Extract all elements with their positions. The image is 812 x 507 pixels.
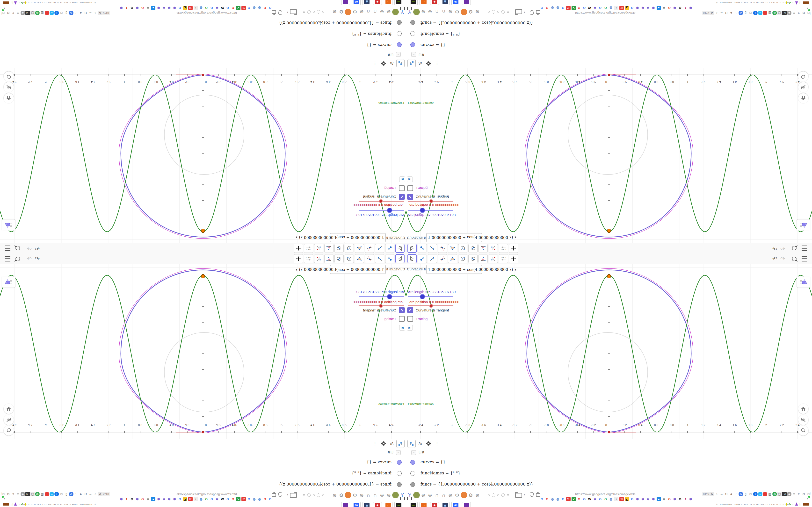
visibility-toggle[interactable] <box>397 31 402 36</box>
browser-action-icon[interactable]: ⌄ <box>50 492 54 496</box>
bookmark-favicon[interactable]: ✱ <box>593 6 597 10</box>
arc-length-slider-knob[interactable] <box>387 208 392 213</box>
algebra-row-curves[interactable]: curves = {} <box>406 457 812 468</box>
taskbar-app-button[interactable]: ▬ <box>409 502 418 507</box>
browser-extension-icon[interactable]: ⚙ <box>338 492 345 498</box>
browser-action-icon[interactable]: ↻ <box>83 492 88 496</box>
gear-icon[interactable] <box>379 60 387 67</box>
zoom-level-badge[interactable]: 81% <box>102 492 110 496</box>
bookmark-favicon[interactable]: ✱ <box>651 6 656 10</box>
bookmark-favicon[interactable]: ✱ <box>156 6 161 10</box>
undo-button[interactable]: ↶ <box>34 245 41 251</box>
gear-icon[interactable] <box>425 60 433 67</box>
tab-dot[interactable] <box>322 11 324 13</box>
bookmark-favicon[interactable]: G <box>231 497 235 501</box>
bookmark-favicon[interactable]: ◍ <box>550 497 555 501</box>
search-icon[interactable] <box>14 245 21 251</box>
undo-button[interactable]: ↶ <box>771 245 778 251</box>
browser-extension-icon[interactable]: ⊕ <box>331 492 338 498</box>
browser-action-icon[interactable]: A <box>69 492 73 496</box>
browser-action-icon[interactable]: → <box>719 11 724 15</box>
browser-extension-icon[interactable] <box>461 492 467 498</box>
taskbar-app-button[interactable]: ◔ <box>419 502 428 507</box>
browser-action-icon[interactable]: ⇩ <box>79 11 83 15</box>
back-arrow-icon[interactable]: ← <box>523 491 528 497</box>
bookmark-favicon[interactable]: ✱ <box>672 497 677 501</box>
algebra-row-funcNames[interactable]: funcNames = {" "} <box>0 468 406 479</box>
curvature-tangent-checkbox[interactable]: ✓ <box>399 194 405 200</box>
folder-icon[interactable] <box>290 493 297 498</box>
taskbar-app-button[interactable]: ✸ <box>430 0 439 5</box>
sort-by-type-icon[interactable] <box>407 59 416 67</box>
bookmark-favicon[interactable]: G <box>209 497 214 501</box>
zoom-in-icon[interactable] <box>4 415 14 425</box>
tracing-checkbox[interactable] <box>399 316 405 322</box>
taskbar-app-button[interactable]: 64 <box>352 502 361 507</box>
back-arrow-icon[interactable]: ← <box>523 10 528 16</box>
bookmark-favicon[interactable]: i <box>614 6 618 10</box>
bookmark-favicon[interactable]: ✱ <box>672 6 677 10</box>
browser-extension-icon[interactable]: ⊕ <box>379 9 385 15</box>
taskbar-app-button[interactable]: ✸ <box>373 0 382 5</box>
browser-action-icon[interactable]: ⚙ <box>748 11 753 15</box>
zoom-out-icon[interactable] <box>4 71 14 81</box>
bookmark-favicon[interactable]: W <box>588 6 592 10</box>
function-dropdown[interactable]: 1.000000000000 + cos(4.000000000000 x) ▼ <box>330 265 386 274</box>
bookmark-favicon[interactable]: W <box>220 497 224 501</box>
tool-point[interactable]: A <box>418 254 427 263</box>
fx-icon[interactable]: fx <box>388 60 396 67</box>
bookmark-favicon[interactable]: i <box>194 497 198 501</box>
gear-icon[interactable] <box>425 440 433 447</box>
arc-length-slider[interactable] <box>408 210 453 211</box>
tool-polygon[interactable] <box>448 244 457 253</box>
visibility-toggle[interactable] <box>397 42 402 47</box>
bookmark-favicon[interactable]: ✱ <box>119 6 123 10</box>
browser-extension-icon[interactable] <box>392 9 399 15</box>
menu-icon[interactable] <box>801 256 808 262</box>
browser-extension-icon[interactable]: ⚙ <box>467 492 474 498</box>
bookmark-favicon[interactable]: ◍ <box>609 6 613 10</box>
bookmark-favicon[interactable]: ✱ <box>636 6 640 10</box>
undo-button[interactable]: ↶ <box>771 256 778 262</box>
browser-action-icon[interactable]: ⊕ <box>792 11 796 15</box>
menu-icon[interactable] <box>4 256 11 262</box>
bookmark-favicon[interactable]: ✓ <box>571 6 576 10</box>
tab-dot[interactable] <box>303 11 305 13</box>
menu-icon[interactable] <box>801 245 808 251</box>
bookmark-favicon[interactable]: Я <box>242 497 246 501</box>
bookmark-favicon[interactable]: f <box>124 6 129 10</box>
browser-extension-icon[interactable]: ⊕ <box>358 9 365 15</box>
collapse-button[interactable]: − <box>396 52 401 57</box>
browser-action-icon[interactable]: + <box>54 492 59 496</box>
arc-length-slider[interactable] <box>359 296 404 297</box>
tool-move-cursor[interactable] <box>407 244 417 253</box>
browser-action-icon[interactable]: ☆ <box>93 492 98 496</box>
browser-action-icon[interactable] <box>45 492 49 496</box>
browser-extension-icon[interactable] <box>345 492 351 498</box>
tool-ellipse[interactable] <box>468 254 477 263</box>
overflow-dots-icon[interactable]: ⋮ <box>0 492 3 495</box>
browser-extension-icon[interactable]: ⊕ <box>379 492 385 498</box>
browser-action-icon[interactable]: ⇧ <box>797 492 801 496</box>
tool-slider[interactable]: a = 2 <box>499 254 508 263</box>
bookmark-favicon[interactable]: G <box>268 497 272 501</box>
browser-action-icon[interactable]: ⚙ <box>748 492 753 496</box>
browser-action-icon[interactable] <box>763 11 767 15</box>
tool-reflect[interactable] <box>314 244 323 253</box>
shield-icon[interactable] <box>530 10 534 15</box>
browser-action-icon[interactable]: / <box>74 11 78 15</box>
algebra-row-funcs[interactable]: funcs = {1.000000000000 + cos(4.00000000… <box>406 479 812 490</box>
chevron-up-icon[interactable]: ∧ <box>3 6 6 10</box>
browser-action-icon[interactable]: ◈ <box>787 492 792 496</box>
browser-extension-icon[interactable]: ∩ <box>372 9 378 15</box>
tab-dot[interactable] <box>313 494 315 496</box>
fx-icon[interactable]: fx <box>416 440 424 447</box>
browser-action-icon[interactable]: ⚙ <box>801 11 806 15</box>
tab-dot[interactable] <box>507 11 509 13</box>
taskbar-app-button[interactable]: 64 <box>352 0 361 5</box>
browser-action-icon[interactable]: ⊕ <box>35 492 40 496</box>
bookmark-favicon[interactable]: ✱ <box>135 497 140 501</box>
overflow-dots-icon[interactable]: ⋮ <box>809 12 812 15</box>
visibility-toggle[interactable] <box>410 20 415 25</box>
tool-move-graphics-view[interactable] <box>294 244 303 253</box>
